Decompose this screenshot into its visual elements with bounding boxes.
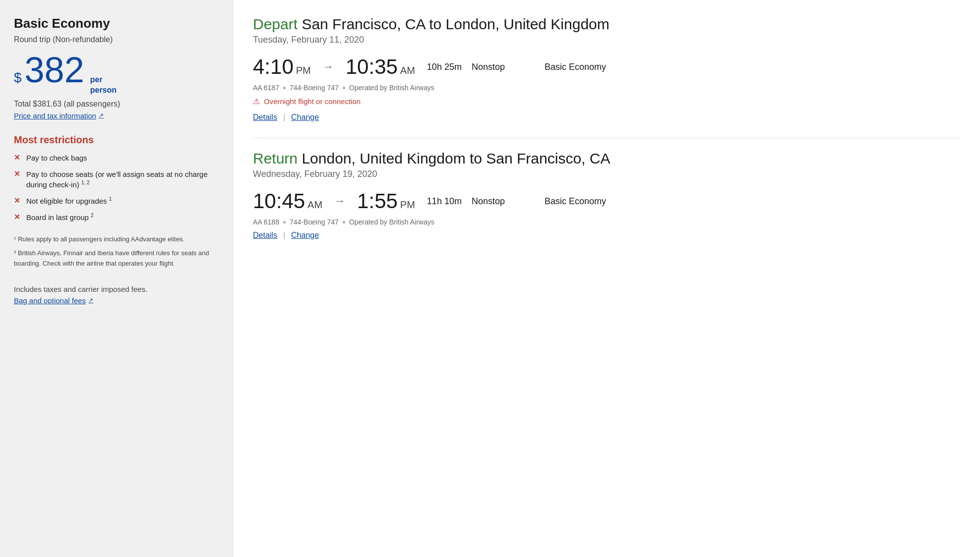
- depart-flight-meta: 10h 25m Nonstop Basic Economy: [427, 62, 606, 72]
- bag-fees-link[interactable]: Bag and optional fees ↗︎: [14, 296, 93, 305]
- depart-route-cities: San Francisco, CA to London, United King…: [302, 16, 609, 32]
- restrictions-title: Most restrictions: [14, 134, 219, 146]
- return-change-link[interactable]: Change: [291, 231, 319, 240]
- depart-change-link[interactable]: Change: [291, 113, 319, 122]
- restriction-text: Pay to check bags: [26, 153, 87, 163]
- x-icon: ✕: [14, 196, 20, 205]
- pipe-separator: |: [283, 113, 285, 122]
- depart-direction: Depart: [253, 16, 298, 32]
- return-arrive-time: 1:55: [357, 189, 398, 213]
- return-nonstop: Nonstop: [472, 196, 505, 207]
- trip-type: Round trip (Non-refundable): [14, 35, 219, 44]
- overnight-text: Overnight flight or connection: [264, 97, 361, 106]
- x-icon: ✕: [14, 153, 20, 162]
- depart-times-row: 4:10 PM → 10:35 AM 10h 25m Nonstop Basic…: [253, 55, 960, 79]
- depart-time-block: 4:10 PM: [253, 55, 311, 79]
- return-depart-time: 10:45: [253, 189, 305, 213]
- restriction-text: Not eligible for upgrades 1: [26, 196, 112, 206]
- footnote-2: ² British Airways, Finnair and Iberia ha…: [14, 248, 219, 269]
- fare-class-title: Basic Economy: [14, 16, 219, 31]
- overnight-warning: ⚠ Overnight flight or connection: [253, 97, 960, 106]
- restriction-item: ✕ Not eligible for upgrades 1: [14, 196, 219, 206]
- restriction-item: ✕ Pay to choose seats (or we'll assign s…: [14, 169, 219, 190]
- depart-header: Depart San Francisco, CA to London, Unit…: [253, 16, 960, 45]
- pipe-separator: |: [283, 231, 285, 240]
- price-tax-link[interactable]: Price and tax information ↗︎: [14, 111, 104, 120]
- depart-nonstop: Nonstop: [472, 62, 505, 72]
- depart-details-link[interactable]: Details: [253, 113, 277, 122]
- footnote-1: ¹ Rules apply to all passengers includin…: [14, 234, 219, 245]
- return-info-row: AA 6188 744-Boeing 747 Operated by Briti…: [253, 218, 960, 226]
- depart-aircraft: 744-Boeing 747: [290, 84, 339, 92]
- dollar-sign: $: [14, 70, 22, 86]
- per-person-label: perperson: [90, 75, 117, 96]
- depart-time: 4:10: [253, 55, 294, 79]
- return-route: Return London, United Kingdom to San Fra…: [253, 150, 960, 167]
- return-date: Wednesday, February 19, 2020: [253, 169, 960, 179]
- restriction-text: Board in last group 2: [26, 212, 94, 223]
- external-link-icon: ↗︎: [99, 112, 104, 119]
- arrive-time-block: 10:35 AM: [346, 55, 415, 79]
- return-aircraft: 744-Boeing 747: [290, 218, 339, 226]
- restrictions-section: Most restrictions ✕ Pay to check bags ✕ …: [14, 134, 219, 223]
- return-details-link[interactable]: Details: [253, 231, 277, 240]
- return-header: Return London, United Kingdom to San Fra…: [253, 150, 960, 179]
- restriction-item: ✕ Board in last group 2: [14, 212, 219, 223]
- depart-fare-label: Basic Economy: [545, 62, 606, 72]
- depart-section: Depart San Francisco, CA to London, Unit…: [253, 16, 960, 122]
- dot-separator: [343, 87, 345, 89]
- return-details-row: Details | Change: [253, 231, 960, 240]
- section-divider: [253, 138, 960, 138]
- return-operator: Operated by British Airways: [349, 218, 434, 226]
- price-row: $ 382 perperson: [14, 52, 219, 96]
- arrive-time: 10:35: [346, 55, 398, 79]
- left-panel: Basic Economy Round trip (Non-refundable…: [0, 0, 233, 557]
- footnotes: ¹ Rules apply to all passengers includin…: [14, 234, 219, 269]
- warning-icon: ⚠: [253, 97, 260, 106]
- dot-separator: [283, 221, 286, 223]
- depart-flight-no: AA 6187: [253, 84, 279, 92]
- return-depart-time-block: 10:45 AM: [253, 189, 322, 213]
- right-panel: Depart San Francisco, CA to London, Unit…: [233, 0, 980, 557]
- return-arrive-time-block: 1:55 PM: [357, 189, 415, 213]
- x-icon: ✕: [14, 169, 20, 178]
- return-depart-ampm: AM: [307, 199, 322, 211]
- return-duration: 11h 10m: [427, 196, 462, 207]
- restriction-item: ✕ Pay to check bags: [14, 153, 219, 163]
- arrow-icon: →: [334, 195, 345, 208]
- dot-separator: [283, 87, 286, 89]
- return-section: Return London, United Kingdom to San Fra…: [253, 150, 960, 240]
- price-amount: 382: [25, 52, 84, 88]
- return-times-row: 10:45 AM → 1:55 PM 11h 10m Nonstop Basic…: [253, 189, 960, 213]
- return-arrive-ampm: PM: [400, 199, 415, 211]
- includes-text: Includes taxes and carrier imposed fees.: [14, 285, 219, 293]
- depart-operator: Operated by British Airways: [349, 84, 434, 92]
- return-route-cities: London, United Kingdom to San Francisco,…: [302, 150, 610, 167]
- depart-route: Depart San Francisco, CA to London, Unit…: [253, 16, 960, 33]
- return-fare-label: Basic Economy: [545, 196, 606, 207]
- depart-info-row: AA 6187 744-Boeing 747 Operated by Briti…: [253, 84, 960, 92]
- depart-ampm: PM: [296, 65, 311, 76]
- return-direction: Return: [253, 150, 298, 167]
- arrow-icon: →: [323, 60, 334, 73]
- total-price: Total $381.63 (all passengers): [14, 100, 219, 109]
- arrive-ampm: AM: [400, 65, 415, 76]
- depart-duration: 10h 25m: [427, 62, 462, 72]
- x-icon: ✕: [14, 213, 20, 222]
- external-link-icon: ↗︎: [88, 297, 93, 304]
- return-flight-meta: 11h 10m Nonstop Basic Economy: [427, 196, 606, 207]
- restriction-text: Pay to choose seats (or we'll assign sea…: [26, 169, 219, 190]
- dot-separator: [343, 221, 345, 223]
- depart-date: Tuesday, February 11, 2020: [253, 35, 960, 45]
- return-flight-no: AA 6188: [253, 218, 279, 226]
- depart-details-row: Details | Change: [253, 113, 960, 122]
